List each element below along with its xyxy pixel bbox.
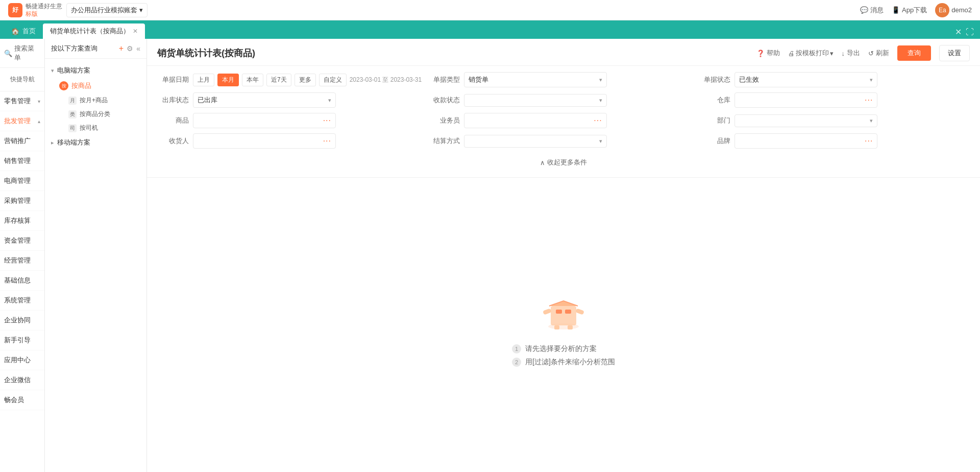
payment-status-label: 收款状态: [428, 96, 464, 105]
collapse-panel-button[interactable]: «: [136, 44, 140, 53]
department-select[interactable]: ▾: [734, 114, 877, 127]
scheme-icon: 按: [59, 81, 68, 90]
filter-cell-out-status: 出库状态 已出库 ▾: [157, 92, 428, 108]
svg-rect-2: [556, 310, 562, 314]
scheme-item-by-category[interactable]: 类 按商品分类: [45, 107, 146, 121]
date-more-btn[interactable]: 更多: [295, 74, 316, 86]
tab-sales-stat[interactable]: 销货单统计计表（按商品） ✕: [43, 23, 145, 39]
salesperson-select[interactable]: ···: [464, 113, 607, 128]
brand-select[interactable]: ···: [734, 133, 877, 149]
settings-scheme-button[interactable]: ⚙: [127, 44, 133, 53]
sidebar-item-purchase[interactable]: 采购管理: [0, 191, 44, 211]
main-layout: 🔍 搜索菜单 快捷导航 零售管理 ▾ 批发管理 ▴ 营销推广 销售管理 电商管理…: [0, 39, 980, 472]
empty-state-icon: [538, 283, 589, 334]
sidebar-item-inventory[interactable]: 库存核算: [0, 211, 44, 231]
date-range-display: 2023-03-01 至 2023-03-31: [350, 76, 422, 84]
date-last-month-btn[interactable]: 上月: [193, 74, 214, 86]
settings-button[interactable]: 设置: [939, 45, 970, 61]
sidebar-item-finance[interactable]: 资金管理: [0, 231, 44, 251]
doc-type-select[interactable]: 销货单 ▾: [464, 72, 607, 87]
user-profile[interactable]: Ea demo2: [935, 3, 972, 17]
sidebar-item-operations[interactable]: 经营管理: [0, 251, 44, 271]
filter-cell-settlement: 结算方式 ▾: [428, 135, 699, 148]
dots-icon: ···: [865, 136, 873, 146]
sidebar-item-marketing[interactable]: 营销推广: [0, 131, 44, 151]
refresh-button[interactable]: ↺ 刷新: [868, 49, 889, 58]
chevron-down-icon: ▾: [599, 138, 602, 145]
add-scheme-button[interactable]: +: [119, 44, 124, 53]
scheme-sub-icon: 司: [68, 124, 77, 132]
sidebar-item-system[interactable]: 系统管理: [0, 291, 44, 311]
tab-maximize-icon[interactable]: ⛶: [966, 28, 974, 37]
scheme-item-by-driver[interactable]: 司 按司机: [45, 121, 146, 135]
sidebar-item-corp-wechat[interactable]: 企业微信: [0, 370, 44, 390]
sidebar-item-newbie[interactable]: 新手引导: [0, 331, 44, 350]
svg-rect-3: [565, 310, 571, 314]
date-label: 单据日期: [157, 75, 193, 84]
tab-home[interactable]: 🏠 首页: [4, 23, 43, 39]
payment-status-select[interactable]: ▾: [464, 94, 607, 107]
scheme-item-by-month-product[interactable]: 月 按月+商品: [45, 93, 146, 107]
sidebar-item-retail[interactable]: 零售管理 ▾: [0, 91, 44, 111]
sidebar-search[interactable]: 🔍 搜索菜单: [0, 39, 44, 68]
out-status-select[interactable]: 已出库 ▾: [193, 92, 336, 108]
empty-tips: 1 请先选择要分析的方案 2 用[过滤]条件来缩小分析范围: [512, 344, 615, 367]
tip-num-2: 2: [512, 358, 521, 367]
export-button[interactable]: ↓ 导出: [842, 49, 861, 58]
left-panel-header: 按以下方案查询 + ⚙ «: [45, 39, 146, 59]
filter-cell-warehouse: 仓库 ···: [699, 92, 970, 108]
messages-action[interactable]: 💬 消息: [860, 6, 884, 15]
doc-type-label: 单据类型: [428, 75, 464, 84]
sidebar-item-member[interactable]: 畅会员: [0, 390, 44, 410]
tab-close-window-icon[interactable]: ✕: [955, 27, 962, 37]
settlement-select[interactable]: ▾: [464, 135, 607, 148]
help-button[interactable]: ❓ 帮助: [756, 49, 780, 58]
tab-bar-right: ✕ ⛶: [955, 27, 980, 39]
page-title: 销货单统计计表(按商品): [157, 47, 255, 59]
app-selector[interactable]: 办公用品行业模拟账套 ▾: [66, 3, 148, 17]
toolbar: ❓ 帮助 🖨 按模板打印 ▾ ↓ 导出 ↺ 刷新 查询 设置: [756, 45, 970, 61]
scheme-group-pc[interactable]: ▾ 电脑端方案: [45, 63, 146, 78]
content-area: 销货单统计计表(按商品) ❓ 帮助 🖨 按模板打印 ▾ ↓ 导出 ↺ 刷新: [147, 39, 980, 472]
date-this-month-btn[interactable]: 本月: [217, 74, 239, 86]
sidebar-item-enterprise[interactable]: 企业协同: [0, 311, 44, 331]
doc-status-select[interactable]: 已生效 ▾: [734, 72, 877, 87]
search-icon: 🔍: [4, 50, 12, 57]
query-button[interactable]: 查询: [897, 45, 931, 61]
product-label: 商品: [157, 116, 193, 125]
filter-row-3: 商品 ··· 业务员 ··· 部门: [157, 113, 970, 128]
date-this-year-btn[interactable]: 本年: [242, 74, 263, 86]
filter-cell-product: 商品 ···: [157, 113, 428, 128]
date-custom-btn[interactable]: 自定义: [319, 74, 347, 86]
scheme-sub-icon: 月: [68, 97, 77, 105]
sidebar-item-apps[interactable]: 应用中心: [0, 350, 44, 370]
receiver-select[interactable]: ···: [193, 133, 336, 149]
date-selector: 上月 本月 本年 近7天 更多 自定义 2023-03-01 至 2023-03…: [193, 74, 428, 86]
date-last7-btn[interactable]: 近7天: [266, 74, 291, 86]
sidebar-item-sales[interactable]: 销售管理: [0, 151, 44, 171]
sidebar-item-basic[interactable]: 基础信息: [0, 271, 44, 291]
download-icon: 📱: [892, 6, 900, 14]
tab-close-icon[interactable]: ✕: [133, 28, 138, 35]
dots-icon: ···: [865, 96, 873, 105]
chevron-icon: ▴: [38, 119, 40, 124]
left-panel: 按以下方案查询 + ⚙ « ▾ 电脑端方案 按 按商品 月 按月+商品: [45, 39, 147, 472]
chevron-down-icon: ▾: [830, 50, 834, 57]
top-bar-left: 好 畅捷通好生意 标版 办公用品行业模拟账套 ▾: [8, 3, 148, 17]
warehouse-select[interactable]: ···: [734, 92, 877, 108]
scheme-group-mobile[interactable]: ▸ 移动端方案: [45, 135, 146, 150]
avatar: Ea: [935, 3, 949, 17]
print-button[interactable]: 🖨 按模板打印 ▾: [788, 49, 834, 58]
svg-rect-1: [551, 306, 576, 325]
sidebar-item-ecommerce[interactable]: 电商管理: [0, 171, 44, 191]
sidebar-item-quick-nav[interactable]: 快捷导航: [4, 72, 41, 87]
scheme-item-by-product[interactable]: 按 按商品: [45, 78, 146, 93]
filter-area: 单据日期 上月 本月 本年 近7天 更多 自定义 2023-03-01 至 20…: [147, 66, 980, 178]
svg-rect-4: [554, 325, 559, 329]
product-select[interactable]: ···: [193, 113, 336, 128]
message-icon: 💬: [860, 6, 868, 14]
home-icon: 🏠: [11, 28, 19, 35]
collapse-filters-button[interactable]: ∧ 收起更多条件: [157, 154, 970, 171]
sidebar-item-wholesale[interactable]: 批发管理 ▴: [0, 111, 44, 131]
app-download-action[interactable]: 📱 App下载: [892, 6, 927, 15]
